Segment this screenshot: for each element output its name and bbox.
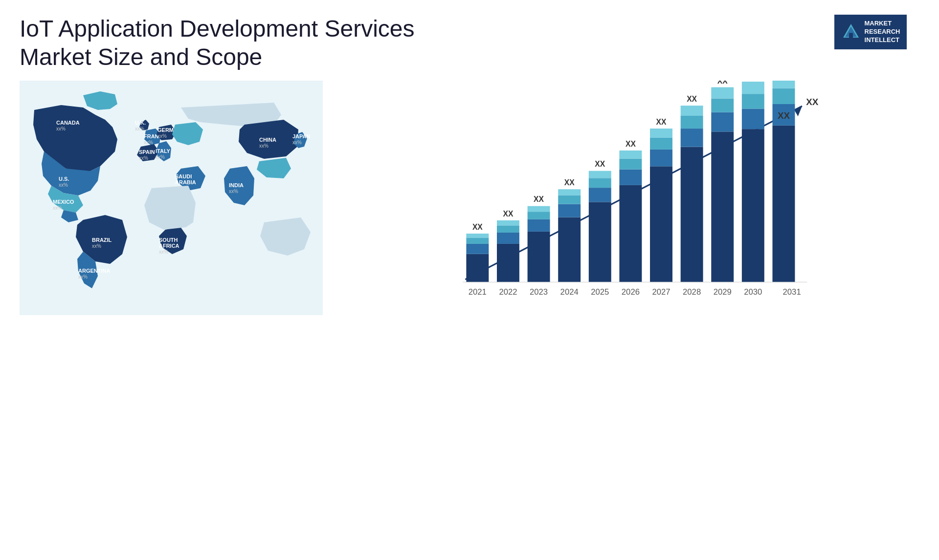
svg-text:AFRICA: AFRICA [159, 243, 179, 249]
svg-rect-45 [497, 244, 519, 282]
svg-text:XX: XX [564, 178, 575, 187]
svg-rect-42 [466, 234, 489, 237]
svg-rect-48 [497, 220, 519, 225]
svg-text:ARGENTINA: ARGENTINA [78, 268, 110, 274]
svg-rect-82 [681, 129, 703, 147]
svg-rect-84 [681, 106, 703, 116]
svg-rect-99 [772, 126, 795, 282]
svg-rect-64 [589, 188, 611, 202]
svg-rect-93 [742, 129, 764, 282]
svg-rect-40 [466, 244, 489, 254]
svg-rect-96 [742, 82, 764, 94]
svg-rect-66 [589, 171, 611, 178]
map-section: CANADA xx% U.S. xx% MEXICO xx% BRAZIL xx… [20, 81, 323, 315]
svg-text:XX: XX [595, 160, 605, 169]
svg-text:CHINA: CHINA [259, 137, 276, 143]
svg-text:2022: 2022 [499, 287, 517, 297]
svg-text:xx%: xx% [56, 126, 66, 131]
svg-text:XX: XX [778, 110, 790, 121]
svg-rect-57 [558, 217, 581, 282]
svg-text:2030: 2030 [744, 287, 762, 297]
svg-text:XX: XX [503, 210, 514, 218]
logo-text: MARKET RESEARCH INTELLECT [865, 20, 900, 44]
svg-text:BRAZIL: BRAZIL [92, 237, 112, 243]
svg-text:U.S.: U.S. [59, 176, 69, 182]
svg-rect-58 [558, 204, 581, 217]
svg-rect-90 [711, 87, 734, 99]
svg-rect-41 [466, 238, 489, 244]
svg-rect-63 [589, 202, 611, 282]
main-content: CANADA xx% U.S. xx% MEXICO xx% BRAZIL xx… [0, 81, 939, 560]
svg-text:xx%: xx% [156, 154, 165, 160]
svg-text:2021: 2021 [469, 287, 487, 297]
svg-rect-2 [849, 33, 853, 38]
svg-rect-89 [711, 99, 734, 112]
svg-text:xx%: xx% [229, 189, 238, 194]
svg-text:2024: 2024 [560, 287, 579, 297]
page-title: IoT Application Development Services Mar… [20, 15, 460, 71]
svg-rect-47 [497, 226, 519, 233]
svg-rect-71 [619, 159, 642, 170]
svg-rect-59 [558, 195, 581, 204]
svg-text:CANADA: CANADA [56, 120, 80, 126]
svg-text:xx%: xx% [157, 133, 167, 139]
svg-text:XX: XX [626, 140, 636, 148]
svg-rect-39 [466, 254, 489, 282]
svg-text:XX: XX [472, 223, 483, 231]
svg-text:XX: XX [806, 97, 819, 107]
svg-text:2025: 2025 [591, 287, 609, 297]
svg-rect-77 [650, 138, 672, 150]
svg-text:XX: XX [656, 118, 667, 126]
svg-text:SPAIN: SPAIN [139, 149, 155, 155]
logo-area: MARKET RESEARCH INTELLECT [822, 15, 919, 49]
svg-text:2027: 2027 [652, 287, 670, 297]
svg-rect-52 [528, 219, 550, 232]
svg-text:xx%: xx% [259, 143, 268, 149]
svg-text:SAUDI: SAUDI [175, 173, 192, 179]
svg-text:xx%: xx% [59, 182, 68, 188]
svg-rect-54 [528, 206, 550, 212]
svg-rect-95 [742, 94, 764, 108]
svg-rect-88 [711, 112, 734, 132]
svg-text:U.K.: U.K. [135, 120, 146, 126]
svg-text:INDIA: INDIA [229, 182, 244, 188]
svg-text:xx%: xx% [144, 140, 153, 145]
svg-text:XX: XX [687, 95, 697, 103]
svg-rect-94 [742, 109, 764, 129]
logo-icon [841, 22, 861, 42]
svg-text:2031: 2031 [783, 287, 801, 297]
bar-chart-section: XX XX 2021 XX 2022 XX 2023 [333, 81, 919, 315]
svg-rect-46 [497, 233, 519, 244]
svg-rect-102 [772, 81, 795, 88]
svg-text:2023: 2023 [530, 287, 548, 297]
svg-rect-69 [619, 185, 642, 282]
svg-text:xx%: xx% [135, 126, 144, 131]
svg-text:2029: 2029 [714, 287, 732, 297]
svg-text:ARABIA: ARABIA [175, 179, 196, 185]
header: IoT Application Development Services Mar… [0, 0, 939, 81]
svg-text:xx%: xx% [159, 249, 168, 255]
svg-text:xx%: xx% [78, 274, 88, 280]
svg-rect-53 [528, 212, 550, 219]
svg-text:XX: XX [534, 195, 544, 204]
svg-rect-65 [589, 178, 611, 188]
svg-text:xx%: xx% [292, 140, 302, 145]
svg-rect-81 [681, 147, 703, 282]
svg-text:MEXICO: MEXICO [53, 199, 74, 205]
svg-rect-60 [558, 189, 581, 195]
bar-chart-svg: XX XX 2021 XX 2022 XX 2023 [333, 81, 919, 315]
svg-rect-76 [650, 150, 672, 166]
svg-text:XX: XX [717, 81, 728, 85]
svg-rect-72 [619, 151, 642, 159]
svg-rect-75 [650, 166, 672, 282]
svg-text:SOUTH: SOUTH [159, 237, 178, 243]
svg-rect-83 [681, 116, 703, 129]
svg-rect-70 [619, 170, 642, 185]
svg-rect-78 [650, 129, 672, 138]
logo-box: MARKET RESEARCH INTELLECT [834, 15, 907, 49]
svg-text:xx%: xx% [53, 205, 62, 211]
svg-text:2026: 2026 [622, 287, 640, 297]
svg-rect-51 [528, 232, 550, 282]
world-map-svg: CANADA xx% U.S. xx% MEXICO xx% BRAZIL xx… [20, 81, 323, 315]
svg-rect-101 [772, 88, 795, 104]
